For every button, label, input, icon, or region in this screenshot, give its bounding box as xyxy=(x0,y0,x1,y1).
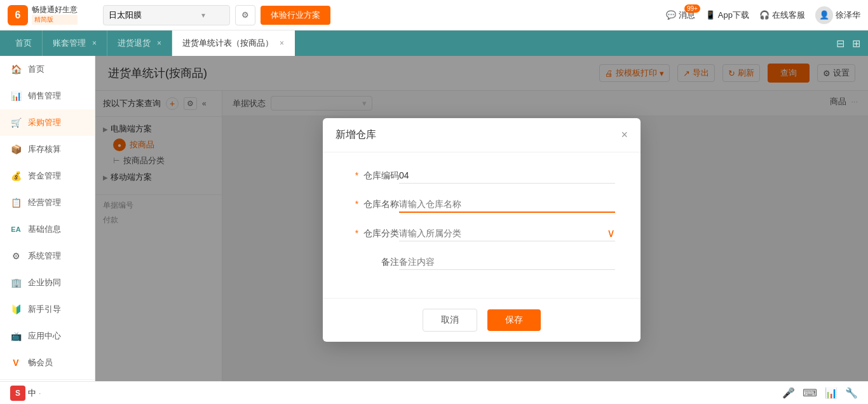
tab-account[interactable]: 账套管理 × xyxy=(43,30,107,56)
tab-expand-icon[interactable]: ⊞ xyxy=(850,35,863,52)
sidebar-item-purchase[interactable]: 🛒 采购管理 xyxy=(0,109,95,136)
user-avatar: 👤 xyxy=(815,6,833,24)
bottom-logo-area: S 中 · xyxy=(10,386,41,401)
search-bar[interactable]: ▾ xyxy=(103,5,230,25)
appstore-icon: 📺 xyxy=(10,330,22,342)
tab-shrink-icon[interactable]: ⊟ xyxy=(834,35,847,52)
tab-close-stats[interactable]: × xyxy=(280,39,284,48)
guide-icon: 🔰 xyxy=(10,304,22,315)
category-label: * 仓库分类 xyxy=(348,228,399,239)
code-input[interactable] xyxy=(399,168,615,184)
message-icon: 💬 xyxy=(666,10,676,20)
search-dropdown-icon[interactable]: ▾ xyxy=(201,11,205,20)
sidebar-item-member[interactable]: V 畅会员 xyxy=(0,349,95,376)
mic-icon[interactable]: 🎤 xyxy=(782,387,795,399)
modal-body: * 仓库编码 * 仓库名称 xyxy=(323,152,641,298)
bottom-separator1: · xyxy=(39,389,41,398)
notification-badge: 99+ xyxy=(684,4,700,13)
online-service-item[interactable]: 🎧 在线客服 xyxy=(759,10,805,21)
name-input[interactable] xyxy=(399,196,615,213)
mobile-icon: 📱 xyxy=(705,10,715,20)
name-label: * 仓库名称 xyxy=(348,199,399,210)
sidebar-item-appstore[interactable]: 📺 应用中心 xyxy=(0,323,95,349)
bottom-s-logo: S xyxy=(10,386,25,401)
trial-button[interactable]: 体验行业方案 xyxy=(261,6,330,25)
sales-icon: 📊 xyxy=(10,90,22,102)
chart-icon[interactable]: 📊 xyxy=(825,387,837,399)
cancel-button[interactable]: 取消 xyxy=(423,309,477,332)
main-layout: 🏠 首页 📊 销售管理 🛒 采购管理 📦 库存核算 💰 资金管理 📋 经营管理 … xyxy=(0,56,868,404)
sidebar-item-system[interactable]: ⚙ 系统管理 xyxy=(0,243,95,269)
tab-home[interactable]: 首页 xyxy=(5,30,43,56)
content-area: 进货单统计(按商品) 🖨 按模板打印 ▾ ↗ 导出 ↻ 刷新 查询 ⚙ xyxy=(95,56,868,404)
sidebar-item-company[interactable]: 🏢 企业协同 xyxy=(0,269,95,296)
sidebar-item-inventory[interactable]: 📦 库存核算 xyxy=(0,136,95,163)
tool-icon[interactable]: 🔧 xyxy=(845,387,858,399)
top-header: 6 畅捷通好生意 精简版 ▾ ⚙ 体验行业方案 💬 消息 99+ 📱 App下载… xyxy=(0,0,868,30)
modal-close-button[interactable]: × xyxy=(621,128,628,142)
system-icon: ⚙ xyxy=(10,250,22,262)
modal-overlay: 新增仓库 × * 仓库编码 xyxy=(95,56,868,404)
name-field-row: * 仓库名称 xyxy=(348,196,615,213)
tab-purchase-return[interactable]: 进货退货 × xyxy=(107,30,172,56)
add-warehouse-modal: 新增仓库 × * 仓库编码 xyxy=(323,118,641,342)
tab-bar: 首页 账套管理 × 进货退货 × 进货单统计表（按商品） × ⊟ ⊞ xyxy=(0,30,868,56)
header-right: 💬 消息 99+ 📱 App下载 🎧 在线客服 👤 徐泽华 xyxy=(666,6,860,24)
tab-purchase-stats[interactable]: 进货单统计表（按商品） × xyxy=(172,30,295,56)
sidebar-item-business[interactable]: 📋 经营管理 xyxy=(0,189,95,216)
sidebar-item-basic[interactable]: EA 基础信息 xyxy=(0,216,95,243)
tab-close-account[interactable]: × xyxy=(92,39,97,48)
user-profile-item[interactable]: 👤 徐泽华 xyxy=(815,6,860,24)
sidebar: 🏠 首页 📊 销售管理 🛒 采购管理 📦 库存核算 💰 资金管理 📋 经营管理 … xyxy=(0,56,95,404)
logo-area: 6 畅捷通好生意 精简版 xyxy=(8,5,103,25)
save-button[interactable]: 保存 xyxy=(487,309,541,331)
tab-close-purchase-return[interactable]: × xyxy=(157,39,161,48)
purchase-icon: 🛒 xyxy=(10,117,22,128)
headset-icon: 🎧 xyxy=(759,10,770,20)
bottom-lang: 中 xyxy=(28,387,36,399)
sidebar-item-sales[interactable]: 📊 销售管理 xyxy=(0,83,95,109)
settings-button[interactable]: ⚙ xyxy=(235,5,255,25)
company-icon: 🏢 xyxy=(10,277,22,288)
keyboard-icon[interactable]: ⌨ xyxy=(803,387,817,399)
category-field-row: * 仓库分类 ∨ xyxy=(348,226,615,241)
modal-title: 新增仓库 xyxy=(336,128,376,142)
app-badge: 精简版 xyxy=(32,15,78,25)
sidebar-item-finance[interactable]: 💰 资金管理 xyxy=(0,163,95,189)
modal-footer: 取消 保存 xyxy=(323,298,641,342)
code-field-row: * 仓库编码 xyxy=(348,168,615,184)
inventory-icon: 📦 xyxy=(10,144,22,155)
bottom-bar: S 中 · 🎤 ⌨ 📊 🔧 xyxy=(0,381,868,404)
remark-input[interactable] xyxy=(399,254,615,270)
business-icon: 📋 xyxy=(10,197,22,208)
app-logo-icon: 6 xyxy=(8,5,28,25)
finance-icon: 💰 xyxy=(10,170,22,182)
app-download-item[interactable]: 📱 App下载 xyxy=(705,10,749,21)
app-name: 畅捷通好生意 xyxy=(32,5,78,15)
member-icon: V xyxy=(10,357,22,368)
notifications-item[interactable]: 💬 消息 99+ xyxy=(666,10,695,21)
modal-header: 新增仓库 × xyxy=(323,118,641,152)
basic-icon: EA xyxy=(10,224,22,235)
sidebar-item-home[interactable]: 🏠 首页 xyxy=(0,56,95,83)
remark-label: 备注 xyxy=(348,257,399,268)
sidebar-item-guide[interactable]: 🔰 新手引导 xyxy=(0,296,95,323)
search-input[interactable] xyxy=(109,10,198,20)
category-chevron-icon[interactable]: ∨ xyxy=(607,226,615,240)
remark-field-row: 备注 xyxy=(348,254,615,270)
tab-expand-area: ⊟ ⊞ xyxy=(834,35,863,52)
home-icon: 🏠 xyxy=(10,64,22,75)
category-input[interactable] xyxy=(399,226,607,241)
code-label: * 仓库编码 xyxy=(348,170,399,182)
